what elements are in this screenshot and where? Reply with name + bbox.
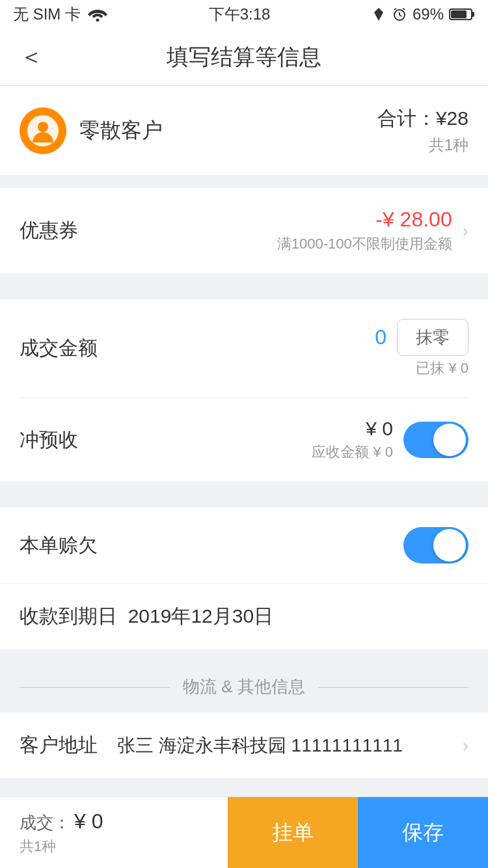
svg-point-9 [38, 122, 48, 132]
no-sim-text: 无 SIM 卡 [13, 4, 81, 25]
amount-row-right: 0 抹零 [375, 319, 468, 356]
bottom-bar: 成交： ¥ 0 共1种 挂单 保存 [0, 796, 488, 868]
customer-total: 合计：¥28 [377, 105, 468, 132]
prepay-label: 冲预收 [20, 427, 78, 454]
battery-percent: 69% [413, 5, 444, 23]
svg-rect-8 [451, 10, 467, 18]
status-time: 下午3:18 [209, 4, 271, 25]
customer-left: 零散客户 [20, 107, 163, 154]
transaction-amount-right: 0 抹零 已抹 ¥ 0 [375, 319, 468, 378]
prepay-toggle[interactable] [403, 422, 468, 458]
transaction-amount-label: 成交金额 [20, 335, 98, 362]
logistics-label: 物流 & 其他信息 [170, 675, 318, 698]
svg-point-0 [96, 19, 100, 22]
battery-icon [449, 7, 475, 21]
address-label: 客户地址 [20, 732, 98, 759]
customer-summary: 合计：¥28 共1种 [377, 105, 468, 156]
save-button[interactable]: 保存 [358, 797, 488, 869]
avatar-icon [27, 115, 59, 146]
coupon-label: 优惠券 [20, 217, 78, 244]
hold-button[interactable]: 挂单 [228, 797, 358, 869]
prepay-right: ¥ 0 应收金额 ¥ 0 [312, 418, 468, 462]
svg-line-4 [394, 8, 396, 10]
transaction-section: 成交金额 0 抹零 已抹 ¥ 0 冲预收 ¥ 0 应收金额 ¥ 0 [0, 299, 488, 481]
nav-bar: ＜ 填写结算等信息 [0, 29, 488, 86]
transaction-amount-value: 0 [375, 325, 386, 349]
svg-rect-7 [472, 12, 474, 17]
status-right: 69% [371, 5, 475, 23]
address-section[interactable]: 客户地址 张三 海淀永丰科技园 11111111111 › [0, 712, 488, 778]
prepay-sub: 应收金额 ¥ 0 [312, 442, 393, 462]
logistics-divider: 物流 & 其他信息 [0, 662, 488, 711]
customer-name: 零散客户 [79, 116, 163, 145]
coupon-discount: -¥ 28.00 [277, 208, 452, 232]
section-divider-1 [0, 286, 488, 299]
rounded-sub-text: 已抹 ¥ 0 [375, 359, 468, 378]
debt-toggle[interactable] [403, 527, 468, 563]
transaction-amount-row: 成交金额 0 抹零 已抹 ¥ 0 [20, 299, 468, 398]
address-value: 张三 海淀永丰科技园 11111111111 [117, 733, 459, 758]
bottom-deal-amount: ¥ 0 [74, 809, 103, 834]
due-date-section: 收款到期日 2019年12月30日 [0, 583, 488, 649]
debt-section: 本单赊欠 [0, 508, 488, 583]
coupon-value-block: -¥ 28.00 满1000-100不限制使用金额 [277, 208, 452, 254]
status-left: 无 SIM 卡 [13, 4, 108, 25]
prepay-amount-block: ¥ 0 应收金额 ¥ 0 [312, 418, 393, 462]
bottom-deal-label: 成交： [20, 811, 70, 834]
location-icon [371, 7, 386, 22]
prepay-amount: ¥ 0 [312, 418, 393, 440]
coupon-section[interactable]: 优惠券 -¥ 28.00 满1000-100不限制使用金额 › [0, 188, 488, 273]
svg-line-3 [400, 15, 401, 16]
customer-avatar [20, 107, 66, 154]
back-button[interactable]: ＜ [20, 41, 43, 73]
content-area: 零散客户 合计：¥28 共1种 优惠券 -¥ 28.00 满1000-100不限… [0, 86, 488, 856]
bottom-count: 共1种 [20, 837, 208, 856]
due-date-label: 收款到期日 2019年12月30日 [20, 605, 273, 627]
alarm-icon [392, 7, 407, 22]
bottom-info: 成交： ¥ 0 共1种 [0, 809, 228, 856]
coupon-desc: 满1000-100不限制使用金额 [277, 234, 452, 254]
coupon-right: -¥ 28.00 满1000-100不限制使用金额 › [277, 208, 468, 254]
prepay-row: 冲预收 ¥ 0 应收金额 ¥ 0 [20, 398, 468, 481]
wifi-icon [87, 7, 108, 21]
coupon-chevron-icon: › [463, 221, 468, 241]
customer-section: 零散客户 合计：¥28 共1种 [0, 86, 488, 175]
status-bar: 无 SIM 卡 下午3:18 69% [0, 0, 488, 29]
svg-line-5 [403, 8, 405, 10]
toggle-circle [433, 424, 466, 456]
round-off-button[interactable]: 抹零 [397, 319, 468, 356]
debt-toggle-circle [433, 529, 466, 562]
address-chevron-icon: › [463, 735, 468, 756]
customer-count: 共1种 [377, 135, 468, 156]
nav-title: 填写结算等信息 [167, 42, 321, 72]
section-divider-2 [0, 481, 488, 495]
debt-label: 本单赊欠 [20, 532, 98, 559]
